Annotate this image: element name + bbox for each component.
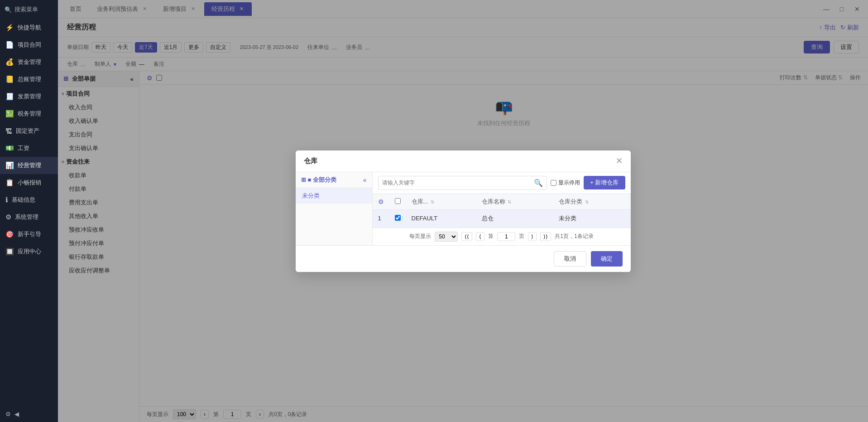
sidebar-item-quick-nav[interactable]: ⚡ 快捷导航 xyxy=(0,19,58,36)
search-icon-btn[interactable]: 🔍 xyxy=(530,176,547,189)
sidebar-item-xiaochang[interactable]: 📋 小畅报销 xyxy=(0,174,58,191)
app-icon: 🔲 xyxy=(5,247,14,256)
row-code: DEFAULT xyxy=(406,209,476,227)
sidebar-item-label: 新手引导 xyxy=(18,230,41,238)
sidebar-item-label: 系统管理 xyxy=(15,213,38,221)
dialog-total-info: 共1页，1条记录 xyxy=(555,233,593,240)
col-checkbox xyxy=(389,194,406,210)
xiaochang-icon: 📋 xyxy=(5,179,14,187)
sidebar-item-label: 基础信息 xyxy=(12,196,35,204)
right-panel: 🔍 显示停用 + 新增仓库 xyxy=(373,172,631,245)
sidebar-item-basic-info[interactable]: ℹ 基础信息 xyxy=(0,191,58,209)
dialog-last-page-btn[interactable]: ⟩⟩ xyxy=(540,232,551,241)
operations-icon: 📊 xyxy=(5,161,14,170)
project-contract-icon: 📄 xyxy=(5,41,14,49)
dialog-table: ⚙ 仓库... ⇅ xyxy=(373,194,631,228)
dialog-page-input[interactable] xyxy=(497,232,515,241)
sidebar-item-salary[interactable]: 💵 工资 xyxy=(0,140,58,157)
sidebar-item-label: 发票管理 xyxy=(18,92,41,101)
dialog-page-suffix: 页 xyxy=(519,233,524,240)
dialog-table-wrapper: ⚙ 仓库... ⇅ xyxy=(373,194,631,228)
sidebar-item-project-contract[interactable]: 📄 项目合同 xyxy=(0,36,58,53)
warehouse-dialog: 仓库 ✕ ⊞ ■ 全部分类 « 未分类 xyxy=(296,150,631,272)
sidebar-item-label: 项目合同 xyxy=(18,41,41,49)
overlay: 仓库 ✕ ⊞ ■ 全部分类 « 未分类 xyxy=(58,0,868,422)
category-item-uncategorized[interactable]: 未分类 xyxy=(296,188,372,204)
sidebar-item-app[interactable]: 🔲 应用中心 xyxy=(0,243,58,260)
col-settings-icon[interactable]: ⚙ xyxy=(378,198,384,205)
category-panel: ⊞ ■ 全部分类 « 未分类 xyxy=(296,172,373,245)
row-checkbox[interactable] xyxy=(395,215,401,221)
sidebar-search[interactable]: 🔍 搜索菜单 xyxy=(0,0,58,19)
dialog-page-label: 算 xyxy=(488,233,494,240)
category-list: 未分类 xyxy=(296,188,372,217)
collapse-bottom-icon[interactable]: ◀ xyxy=(14,411,19,417)
search-input[interactable] xyxy=(379,177,531,188)
search-icon: 🔍 xyxy=(5,6,12,13)
sidebar: 🔍 搜索菜单 ⚡ 快捷导航 📄 项目合同 💰 资金管理 📒 总账管理 🧾 发票管… xyxy=(0,0,58,422)
col-category-sort-icon: ⇅ xyxy=(585,199,589,204)
dialog-body: ⊞ ■ 全部分类 « 未分类 xyxy=(296,172,631,245)
sidebar-item-operations[interactable]: 📊 经营管理 xyxy=(0,157,58,174)
general-ledger-icon: 📒 xyxy=(5,75,14,83)
row-index: 1 xyxy=(373,209,389,227)
dialog-prev-page-btn[interactable]: ⟨ xyxy=(476,232,484,241)
col-code: 仓库... ⇅ xyxy=(406,194,476,210)
dialog-first-page-btn[interactable]: ⟨⟨ xyxy=(461,232,472,241)
basic-info-icon: ℹ xyxy=(5,196,8,204)
fund-management-icon: 💰 xyxy=(5,58,14,66)
category-header: ⊞ ■ 全部分类 « xyxy=(296,172,372,188)
sidebar-item-label: 总账管理 xyxy=(18,75,41,83)
cancel-button[interactable]: 取消 xyxy=(554,251,586,267)
col-code-sort-icon: ⇅ xyxy=(431,199,434,204)
sidebar-item-fund-management[interactable]: 💰 资金管理 xyxy=(0,53,58,71)
add-warehouse-button[interactable]: + 新增仓库 xyxy=(584,176,625,189)
sidebar-item-label: 小畅报销 xyxy=(18,179,41,187)
tax-icon: 💹 xyxy=(5,110,14,118)
fixed-assets-icon: 🏗 xyxy=(5,127,12,135)
select-all-dialog-checkbox[interactable] xyxy=(395,198,401,204)
col-settings: ⚙ xyxy=(373,194,389,210)
row-category: 未分类 xyxy=(553,209,630,227)
all-categories-label[interactable]: ⊞ ■ 全部分类 xyxy=(301,176,336,184)
table-row[interactable]: 1 DEFAULT 总仓 未分类 xyxy=(373,209,631,227)
confirm-button[interactable]: 确定 xyxy=(591,251,623,267)
sidebar-item-general-ledger[interactable]: 📒 总账管理 xyxy=(0,71,58,88)
col-name-sort-icon: ⇅ xyxy=(508,199,511,204)
invoice-icon: 🧾 xyxy=(5,92,14,101)
sidebar-item-guide[interactable]: 🎯 新手引导 xyxy=(0,226,58,243)
salary-icon: 💵 xyxy=(5,144,14,152)
dialog-title: 仓库 xyxy=(304,157,317,165)
system-icon: ⚙ xyxy=(5,213,11,221)
sidebar-item-system[interactable]: ⚙ 系统管理 xyxy=(0,209,58,226)
sidebar-item-label: 固定资产 xyxy=(16,127,39,135)
dialog-pagination: 每页显示 50 20 100 ⟨⟨ ⟨ 算 页 ⟩ ⟩⟩ 共1页，1条 xyxy=(373,228,631,245)
sidebar-item-label: 应用中心 xyxy=(18,247,41,256)
sidebar-item-label: 工资 xyxy=(18,144,29,152)
guide-icon: 🎯 xyxy=(5,230,14,238)
sidebar-item-fixed-assets[interactable]: 🏗 固定资产 xyxy=(0,122,58,140)
dialog-next-page-btn[interactable]: ⟩ xyxy=(528,232,537,241)
main-area: 首页 业务利润预估表 ✕ 新增项目 ✕ 经营历程 ✕ — □ ✕ 经营历程 ↑ … xyxy=(58,0,868,422)
sidebar-item-invoice[interactable]: 🧾 发票管理 xyxy=(0,88,58,105)
sidebar-item-label: 资金管理 xyxy=(18,58,41,66)
dialog-header: 仓库 ✕ xyxy=(296,150,631,172)
dialog-table-header-row: ⚙ 仓库... ⇅ xyxy=(373,194,631,210)
dialog-per-page-select[interactable]: 50 20 100 xyxy=(435,232,458,242)
show-disabled-checkbox[interactable] xyxy=(551,180,556,186)
settings-bottom-icon[interactable]: ⚙ xyxy=(5,411,11,417)
dialog-close-button[interactable]: ✕ xyxy=(616,157,623,165)
category-collapse-btn[interactable]: « xyxy=(363,176,367,184)
show-disabled-checkbox-group: 显示停用 xyxy=(551,179,580,187)
quick-nav-icon: ⚡ xyxy=(5,24,14,32)
sidebar-item-tax[interactable]: 💹 税务管理 xyxy=(0,105,58,122)
dialog-per-page-label: 每页显示 xyxy=(409,233,431,240)
sidebar-bottom: ⚙ ◀ xyxy=(0,406,58,422)
sidebar-search-label: 搜索菜单 xyxy=(14,5,38,14)
col-category: 仓库分类 ⇅ xyxy=(553,194,630,210)
sidebar-item-label: 快捷导航 xyxy=(18,24,41,32)
right-toolbar: 🔍 显示停用 + 新增仓库 xyxy=(373,172,631,194)
col-name: 仓库名称 ⇅ xyxy=(476,194,553,210)
search-input-wrap: 🔍 xyxy=(378,176,547,190)
show-disabled-label: 显示停用 xyxy=(558,179,580,187)
